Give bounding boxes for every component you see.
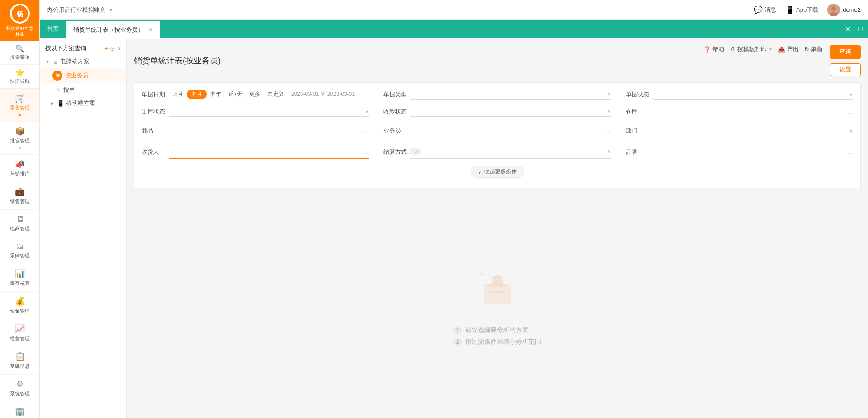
- payment-select-chevron[interactable]: ∨: [607, 147, 611, 157]
- sidebar-item-finance[interactable]: 💰 资金管理: [0, 292, 39, 319]
- export-button[interactable]: 📤 导出: [778, 45, 799, 53]
- logo-icon: 畅: [10, 4, 30, 24]
- svg-marker-13: [492, 275, 503, 278]
- date-label: 单据日期: [142, 90, 165, 99]
- sidebar-item-ecommerce-label: 电商管理: [10, 225, 30, 232]
- sidebar-item-basic[interactable]: 📋 基础信息: [0, 347, 39, 375]
- payment-filter-item: 结算方式 × ∨: [383, 145, 611, 159]
- consignee-dots[interactable]: ...: [364, 148, 369, 155]
- date-btn-this-year[interactable]: 本年: [207, 90, 225, 99]
- date-btn-this-month[interactable]: 本月: [187, 90, 207, 99]
- sidebar-item-system-label: 系统管理: [10, 390, 30, 397]
- salesperson-dots[interactable]: ...: [606, 127, 611, 134]
- date-btn-custom[interactable]: 自定义: [264, 90, 288, 99]
- tip-num-2: 2: [453, 338, 462, 346]
- svg-rect-5: [484, 286, 511, 304]
- brand-dots[interactable]: ...: [848, 148, 853, 155]
- doc-status-select[interactable]: ∨: [653, 89, 853, 100]
- warehouse-select[interactable]: ...: [653, 106, 853, 117]
- logo-area[interactable]: 畅 畅捷通好生意 标账: [0, 0, 39, 41]
- app-dropdown-arrow[interactable]: ▾: [109, 7, 112, 13]
- settings-button[interactable]: 设置: [830, 63, 861, 76]
- desktop-scheme-header[interactable]: ▼ 🖥 电脑端方案: [40, 55, 126, 68]
- consignee-input[interactable]: [169, 146, 362, 157]
- print-button[interactable]: 🖨 按模板打印 ▼: [730, 45, 773, 53]
- quick-nav-item[interactable]: ⭐ 快捷导航: [0, 65, 39, 89]
- sidebar-item-operation-label: 经营管理: [10, 335, 30, 342]
- window-close-button[interactable]: ✕: [843, 23, 853, 35]
- empty-tip-1: 1 请先选择要分析的方案: [453, 326, 541, 334]
- salesperson-label: 业务员: [383, 127, 407, 135]
- app-download-button[interactable]: 📱 App下载: [785, 5, 818, 14]
- sidebar-item-inventory[interactable]: 📊 库存核算: [0, 264, 39, 292]
- desktop-icon: 🖥: [52, 58, 58, 65]
- sidebar-item-operation[interactable]: 📈 经营管理: [0, 319, 39, 347]
- tree-item-by-salesperson[interactable]: 按 按业务员: [40, 68, 126, 83]
- app-name: 办公用品行业模拟账套: [47, 6, 106, 14]
- doc-type-select[interactable]: ∨: [410, 89, 611, 100]
- brand-filter-item: 品牌 ...: [626, 145, 853, 159]
- salesperson-input[interactable]: [410, 125, 604, 136]
- sidebar-item-retail[interactable]: 🛒 零售管理 ▲: [0, 89, 39, 122]
- brand-input[interactable]: [653, 147, 846, 157]
- tab-home-label: 首页: [47, 25, 59, 33]
- goods-dots[interactable]: ...: [364, 127, 369, 134]
- retail-icon: 🛒: [15, 93, 25, 103]
- payment-chevron: ∨: [607, 148, 611, 155]
- settings-scheme-button[interactable]: ⊙: [110, 45, 115, 52]
- sidebar-item-system[interactable]: ⚙ 系统管理: [0, 375, 39, 402]
- user-button[interactable]: demo2: [827, 4, 861, 16]
- finance-icon: 💰: [15, 296, 25, 306]
- svg-rect-8: [489, 291, 505, 293]
- tip-num-1: 1: [453, 326, 462, 334]
- tab-home[interactable]: 首页: [40, 20, 66, 38]
- refresh-button[interactable]: ↻ 刷新: [804, 45, 823, 53]
- window-maximize-button[interactable]: □: [856, 23, 864, 35]
- collapse-panel-button[interactable]: «: [117, 45, 121, 52]
- tip-text-2: 用过滤条件来缩小分析范围: [465, 338, 541, 346]
- receipt-status-input-wrap: ∨: [410, 106, 611, 117]
- tree-item-by-order[interactable]: ✧ 按单: [40, 83, 126, 97]
- date-btn-last-month[interactable]: 上月: [169, 90, 187, 99]
- print-label: 按模板打印: [737, 45, 767, 53]
- sidebar-item-enterprise[interactable]: 🏢 企业协同: [0, 402, 39, 418]
- goods-input[interactable]: [169, 125, 362, 136]
- sidebar-item-purchase[interactable]: 🗂 采购管理: [0, 237, 39, 264]
- tabbar-actions: ✕ □: [843, 23, 868, 35]
- receipt-status-select[interactable]: ∨: [410, 106, 611, 117]
- date-btn-7days[interactable]: 近7天: [225, 90, 246, 99]
- by-salesperson-label: 按业务员: [65, 71, 121, 80]
- payment-tag-close[interactable]: ×: [415, 149, 418, 154]
- retail-arrow: ▲: [18, 112, 22, 117]
- out-status-chevron: ∨: [365, 108, 369, 114]
- warehouse-dots[interactable]: ...: [848, 108, 853, 115]
- payment-input-wrap: × ∨: [410, 145, 611, 159]
- mobile-scheme-header[interactable]: ▶ 📱 移动端方案: [40, 97, 126, 109]
- tab-sales-stat[interactable]: 销货单统计表（按业务员） ✕: [66, 21, 160, 39]
- query-button[interactable]: 查询: [830, 45, 861, 59]
- page-title: 销货单统计表(按业务员): [134, 55, 221, 66]
- payment-label: 结算方式: [383, 148, 407, 156]
- department-filter-item: 部门 ∨: [626, 126, 853, 136]
- print-icon: 🖨: [730, 46, 736, 53]
- salesperson-filter-item: 业务员 ...: [383, 124, 611, 138]
- message-button[interactable]: 💬 消息: [754, 5, 776, 14]
- help-button[interactable]: ❓ 帮助: [703, 45, 724, 53]
- date-btn-more[interactable]: 更多: [246, 90, 264, 99]
- sidebar-item-ecommerce[interactable]: 🖥 电商管理: [0, 210, 39, 237]
- tab-close-button[interactable]: ✕: [148, 27, 153, 33]
- refresh-icon: ↻: [804, 46, 809, 53]
- sidebar-item-sales[interactable]: 💼 销售管理: [0, 182, 39, 210]
- collapse-button[interactable]: ∧ 收起更多条件: [471, 166, 524, 178]
- sidebar-item-purchase-label: 采购管理: [10, 252, 30, 259]
- tabbar: 首页 销货单统计表（按业务员） ✕ ✕ □: [40, 20, 868, 38]
- sidebar-item-wholesale[interactable]: 📦 批发管理 ▲: [0, 122, 39, 155]
- out-status-select[interactable]: ∨: [169, 106, 369, 117]
- department-select[interactable]: ∨: [653, 126, 853, 136]
- add-scheme-button[interactable]: +: [104, 45, 108, 52]
- brand-input-row: ...: [653, 145, 853, 159]
- sidebar-item-marketing[interactable]: 📣 营销推广: [0, 155, 39, 182]
- search-menu-item[interactable]: 🔍 搜索菜单: [0, 41, 39, 65]
- mobile-scheme-group: ▶ 📱 移动端方案: [40, 97, 126, 109]
- main-area: 办公用品行业模拟账套 ▾ 💬 消息 📱 App下载 de: [40, 0, 868, 418]
